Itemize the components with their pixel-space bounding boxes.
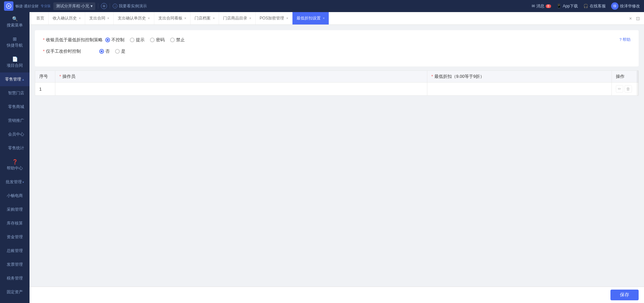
radio-password[interactable]: 密码 [150,37,165,43]
sidebar-item-ecommerce[interactable]: 小畅电商 [0,189,30,203]
col-header-operator: * 操作员 [55,71,427,83]
radio-label: 密码 [156,37,165,43]
tab-pos-encrypt[interactable]: POS加密管理 × [256,12,292,25]
tab-income-history[interactable]: 收入确认历史 × [49,12,85,25]
headset-icon: 🎧 [583,4,588,8]
sidebar-item-label: 库存核算 [7,220,23,226]
sidebar-item-finance[interactable]: 资金管理 [0,230,30,244]
radio-label: 否 [105,48,110,54]
message-icon: ✉ [532,4,535,8]
sidebar-item-marketing[interactable]: 营销推广 [0,114,30,128]
sidebar-item-label: 项目合同 [7,63,23,68]
online-support-action[interactable]: 🎧 在线客服 [583,3,606,9]
sidebar-item-contract[interactable]: 📄 项目合同 [0,52,30,72]
radio-circle [115,49,120,54]
sidebar-item-ledger[interactable]: 总账管理 [0,244,30,258]
tab-label: 收入确认历史 [53,15,77,21]
sidebar-item-invoice[interactable]: 发票管理 [0,258,30,271]
sidebar: 🔍 搜索菜单 ⊞ 快捷导航 📄 项目合同 零售管理 ▲ 智慧门店 零售商城 营销… [0,12,30,303]
tab-store-archive[interactable]: 门店档案 × [191,12,219,25]
manual-control-row: * 仅手工改价时控制 否 是 [43,48,185,54]
chevron-down-icon: ▾ [22,181,24,184]
tab-label: 支出合同看板 [158,15,182,21]
close-icon[interactable]: × [323,16,325,20]
close-tab-button[interactable]: × [628,15,633,22]
radio-label: 不控制 [111,37,124,43]
close-icon[interactable]: × [148,16,150,20]
message-label: 消息 [536,3,544,9]
col-header-seq: 序号 [35,71,55,83]
app-download-action[interactable]: 📱 App下载 [556,3,578,9]
sidebar-item-salary[interactable]: 工资 [0,299,30,303]
sidebar-item-assets[interactable]: 固定资产 [0,285,30,299]
save-button[interactable]: 保存 [610,290,639,300]
page-content: * 收银员低于最低折扣控制策略 不控制 提示 [30,25,644,287]
radio-yes[interactable]: 是 [115,48,125,54]
content-area: 首页 收入确认历史 × 支出合同 × 支出确认单历史 × 支出合同看板 × 门店… [30,12,644,303]
close-icon[interactable]: × [286,16,288,20]
discount-table: 序号 * 操作员 * 最低折扣（9.00等于9折） 操作 [35,70,639,96]
sidebar-item-tax[interactable]: 税务管理 [0,271,30,285]
edit-icon[interactable]: ✏ [616,85,623,93]
tab-label: 最低折扣设置 [297,15,321,21]
sidebar-item-label: 固定资产 [7,289,23,295]
sidebar-item-nav[interactable]: ⊞ 快捷导航 [0,32,30,52]
cell-action: ✏ 🗑 [612,83,639,96]
tab-expense-board[interactable]: 支出合同看板 × [154,12,191,25]
header-left: 畅捷·通好业财 专业版 测试分开库程·小兄 ▾ ○ 我要看实例演示 [4,1,147,11]
radio-forbid[interactable]: 禁止 [170,37,185,43]
radio-no[interactable]: 否 [99,48,110,54]
tabs-bar: 首页 收入确认历史 × 支出合同 × 支出确认单历史 × 支出合同看板 × 门店… [30,12,644,25]
sidebar-item-label: 零售管理 [5,77,21,82]
sidebar-item-purchase[interactable]: 采购管理 [0,203,30,216]
sidebar-item-inventory[interactable]: 库存核算 [0,216,30,230]
close-icon[interactable]: × [249,16,251,20]
sidebar-item-retailmall[interactable]: 零售商城 [0,100,30,114]
sidebar-item-smartstore[interactable]: 智慧门店 [0,86,30,100]
question-icon: ？ [619,37,623,42]
message-action[interactable]: ✉ 消息 8 [532,3,551,9]
sidebar-item-label: 发票管理 [7,262,23,267]
sidebar-item-help[interactable]: ❓ 帮助中心 [0,155,30,175]
sidebar-item-label: 会员中心 [8,132,24,137]
top-header: 畅捷·通好业财 专业版 测试分开库程·小兄 ▾ ○ 我要看实例演示 ✉ 消息 8… [0,0,644,12]
sidebar-item-label: 帮助中心 [7,165,23,171]
demo-circle-icon: ○ [113,4,117,8]
chevron-up-icon: ▲ [22,78,25,81]
close-icon[interactable]: × [184,16,186,20]
radio-label: 是 [121,48,125,54]
help-link[interactable]: ？帮助 [619,37,631,43]
sidebar-item-retailstat[interactable]: 零售统计 [0,141,30,155]
cell-discount [427,83,612,96]
tab-min-discount[interactable]: 最低折扣设置 × [292,12,329,25]
close-icon[interactable]: × [79,16,81,20]
nav-icon: ⊞ [13,36,17,42]
tab-expense-confirm[interactable]: 支出确认单历史 × [114,12,154,25]
sidebar-item-retail[interactable]: 零售管理 ▲ [0,72,30,86]
sidebar-item-wholesale[interactable]: 批发管理 ▾ [0,175,30,189]
logo-text: 畅捷·通好业财 [15,4,39,9]
delete-icon[interactable]: 🗑 [625,85,632,93]
radio-prompt[interactable]: 提示 [130,37,145,43]
sidebar-item-member[interactable]: 会员中心 [0,128,30,141]
sidebar-item-label: 快捷导航 [7,43,23,48]
close-icon[interactable]: × [107,16,109,20]
tab-home[interactable]: 首页 [32,12,49,25]
close-icon[interactable]: × [213,16,215,20]
sidebar-item-search[interactable]: 🔍 搜索菜单 [0,12,30,32]
restore-tab-button[interactable]: ⊡ [635,15,641,22]
demo-link[interactable]: ○ 我要看实例演示 [113,3,147,9]
control-strategy-row: * 收银员低于最低折扣控制策略 不控制 提示 [43,37,185,43]
required-mark: * [43,49,46,54]
help-icon: ❓ [12,159,18,164]
online-support-label: 在线客服 [590,3,606,9]
table-scrollbar[interactable] [637,70,639,96]
project-selector[interactable]: 测试分开库程·小兄 ▾ [53,2,95,10]
required-mark: * [43,37,46,42]
radio-no-control[interactable]: 不控制 [105,37,124,43]
tab-store-products[interactable]: 门店商品目录 × [219,12,256,25]
settings-icon[interactable] [101,3,107,9]
user-info[interactable]: 徐 徐泽华修改 [611,2,640,10]
tab-expense-contract[interactable]: 支出合同 × [85,12,114,25]
radio-circle-checked [105,38,110,42]
